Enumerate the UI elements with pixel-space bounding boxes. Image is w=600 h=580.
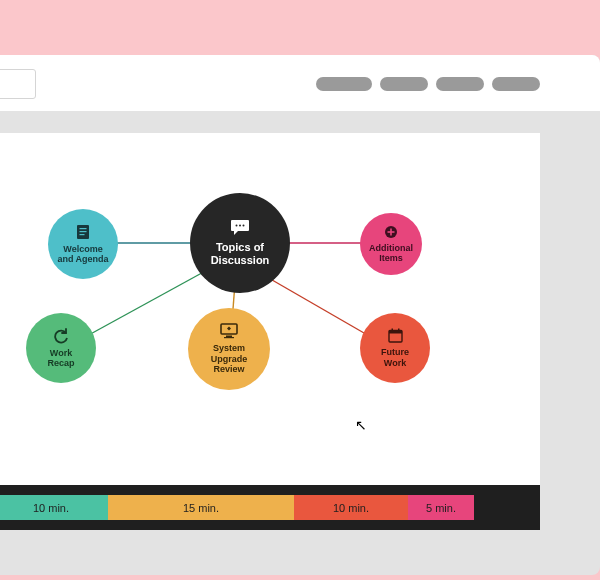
svg-rect-10 <box>80 231 87 232</box>
toolbar-pill[interactable] <box>380 77 428 91</box>
segment-label: 10 min. <box>333 502 369 514</box>
refresh-icon <box>53 328 69 344</box>
svg-point-7 <box>243 225 245 227</box>
monitor-icon <box>220 323 238 339</box>
node-welcome[interactable]: Welcome and Agenda <box>48 209 118 279</box>
node-label: System Upgrade Review <box>188 343 270 374</box>
node-upgrade[interactable]: System Upgrade Review <box>188 308 270 390</box>
segment-label: 10 min. <box>33 502 69 514</box>
svg-rect-16 <box>389 331 402 334</box>
timeline-segment[interactable]: 10 min. <box>294 495 408 520</box>
timeline-segment[interactable]: 5 min. <box>408 495 474 520</box>
timeline-segment[interactable]: 15 min. <box>108 495 294 520</box>
node-future[interactable]: Future Work <box>360 313 430 383</box>
svg-point-5 <box>236 225 238 227</box>
svg-rect-9 <box>80 228 87 229</box>
toolbar-pill[interactable] <box>492 77 540 91</box>
browser-chrome: Topics of Discussion Welcome and Agenda … <box>0 55 600 575</box>
timeline-bar: in. 10 min. 15 min. 10 min. 5 min. <box>0 485 540 530</box>
browser-toolbar <box>0 55 600 111</box>
svg-rect-13 <box>226 336 232 338</box>
segment-label: 5 min. <box>426 502 456 514</box>
svg-rect-11 <box>80 234 85 235</box>
svg-rect-14 <box>224 337 234 338</box>
segment-label: 15 min. <box>183 502 219 514</box>
svg-point-6 <box>239 225 241 227</box>
svg-rect-17 <box>391 329 393 332</box>
node-recap[interactable]: Work Recap <box>26 313 96 383</box>
node-label: Welcome and Agenda <box>51 244 114 265</box>
timeline-segment[interactable]: 10 min. <box>0 495 108 520</box>
node-additional[interactable]: Additional Items <box>360 213 422 275</box>
toolbar-pill[interactable] <box>316 77 372 91</box>
toolbar-pill[interactable] <box>436 77 484 91</box>
node-label: Topics of Discussion <box>205 241 276 266</box>
node-label: Additional Items <box>363 243 419 264</box>
svg-rect-18 <box>398 329 400 332</box>
doc-icon <box>76 224 90 240</box>
node-topics[interactable]: Topics of Discussion <box>190 193 290 293</box>
plus-icon <box>384 225 398 239</box>
svg-rect-21 <box>388 231 395 233</box>
url-input[interactable] <box>0 69 36 99</box>
diagram-canvas[interactable]: Topics of Discussion Welcome and Agenda … <box>0 133 540 513</box>
chat-icon <box>230 219 250 237</box>
node-label: Future Work <box>375 347 415 368</box>
calendar-icon <box>388 328 403 343</box>
cursor-icon: ↖ <box>355 417 367 433</box>
node-label: Work Recap <box>41 348 80 369</box>
